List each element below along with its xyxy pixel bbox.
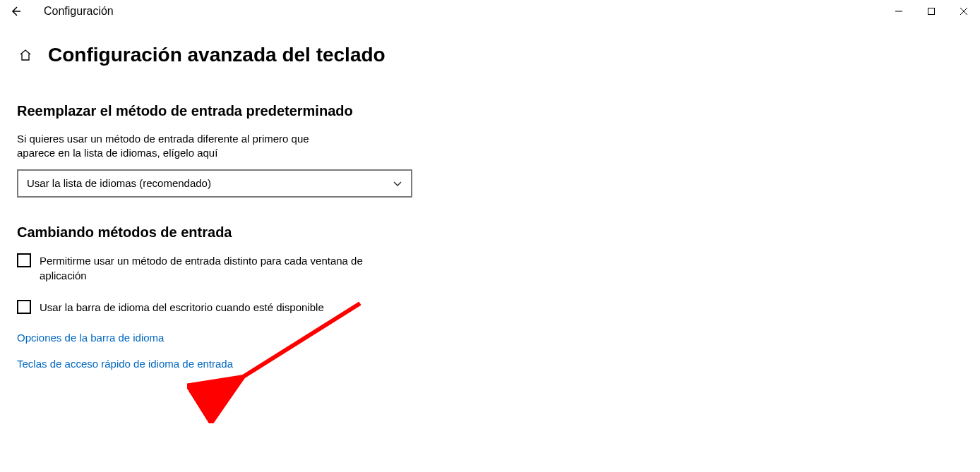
window-controls: [883, 0, 980, 23]
section-heading: Reemplazar el método de entrada predeter…: [17, 103, 494, 119]
checkbox-row-per-app: Permitirme usar un método de entrada dis…: [17, 253, 412, 283]
chevron-down-icon: [393, 178, 402, 188]
section-switching-input-methods: Cambiando métodos de entrada Permitirme …: [17, 224, 494, 370]
link-hotkeys[interactable]: Teclas de acceso rápido de idioma de ent…: [17, 358, 494, 370]
back-button[interactable]: [7, 3, 24, 20]
page-header: Configuración avanzada del teclado: [17, 44, 494, 66]
minimize-button[interactable]: [883, 0, 915, 23]
page-title: Configuración avanzada del teclado: [48, 44, 386, 66]
dropdown-selected-value: Usar la lista de idiomas (recomendado): [27, 177, 211, 189]
section-description: Si quieres usar un método de entrada dif…: [17, 132, 342, 161]
link-language-bar-options[interactable]: Opciones de la barra de idioma: [17, 332, 494, 344]
checkbox-label: Usar la barra de idioma del escritorio c…: [40, 300, 324, 315]
close-button[interactable]: [948, 0, 980, 23]
checkbox-row-language-bar: Usar la barra de idioma del escritorio c…: [17, 300, 412, 315]
checkbox-label: Permitirme usar un método de entrada dis…: [40, 253, 412, 283]
section-default-input-method: Reemplazar el método de entrada predeter…: [17, 103, 494, 198]
maximize-button[interactable]: [915, 0, 948, 23]
checkbox-per-app-input[interactable]: [17, 253, 31, 267]
input-method-dropdown[interactable]: Usar la lista de idiomas (recomendado): [17, 169, 412, 198]
checkbox-desktop-language-bar[interactable]: [17, 300, 31, 314]
svg-rect-0: [928, 8, 935, 15]
app-title: Configuración: [44, 5, 114, 18]
section-heading: Cambiando métodos de entrada: [17, 224, 494, 241]
titlebar: Configuración: [0, 0, 980, 23]
home-button[interactable]: [17, 47, 34, 63]
